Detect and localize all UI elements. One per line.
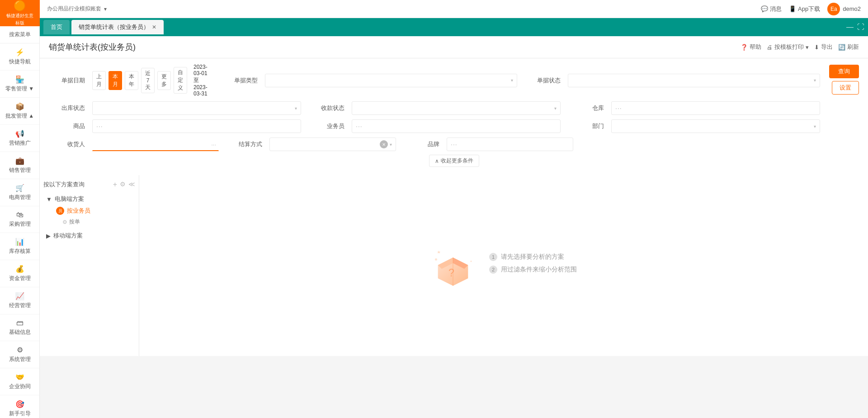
ecom-icon: 🛒 [2, 184, 38, 192]
dept-select[interactable]: ▾ [611, 119, 820, 133]
warehouse-select[interactable]: ··· [611, 101, 820, 115]
sidebar-item-sales[interactable]: 💼 销售管理 [0, 152, 39, 179]
scheme-group-mobile-header[interactable]: ▶ 移动端方案 [43, 230, 135, 242]
sidebar-item-wholesale[interactable]: 📦 批发管理 ▲ [0, 98, 39, 125]
left-panel-title: 按以下方案查询 [43, 180, 85, 189]
sidebar-item-enterprise[interactable]: 🤝 企业协同 [0, 368, 39, 395]
settings-button[interactable]: 设置 [832, 81, 859, 95]
out-status-label: 出库状态 [49, 104, 85, 112]
sidebar-item-ecom[interactable]: 🛒 电商管理 [0, 179, 39, 206]
tabbar: 首页 销货单统计表（按业务员） ✕ — ⛶ [40, 18, 868, 36]
date-range: 2023-03-01 至 2023-03-31 [193, 64, 214, 97]
sidebar-item-retail[interactable]: 🏪 零售管理 ▼ [0, 71, 39, 98]
avatar: Ea [827, 3, 840, 15]
empty-text: 1 请先选择要分析的方案 2 用过滤条件来缩小分析范围 [489, 253, 577, 278]
tip-text-1: 请先选择要分析的方案 [501, 253, 564, 261]
doc-type-chevron: ▾ [511, 78, 513, 83]
sidebar-item-shortcuts[interactable]: ⚡ 快捷导航 [0, 43, 39, 71]
newbie-icon: 🎯 [2, 400, 38, 408]
receiver-label: 收货人 [49, 140, 85, 148]
add-scheme-btn[interactable]: + [113, 180, 117, 189]
query-button[interactable]: 查询 [829, 65, 859, 78]
breadcrumb-text: 办公用品行业模拟账套 [47, 5, 101, 13]
order-scheme-label: 按单 [69, 218, 80, 226]
date-btn-more[interactable]: 更多 [157, 71, 171, 90]
scheme-group-desktop-header[interactable]: ▼ 电脑端方案 [43, 193, 135, 205]
refresh-label: 刷新 [847, 43, 859, 51]
sidebar-item-newbie[interactable]: 🎯 新手引导 [0, 395, 39, 418]
payment-select[interactable]: ▾ [352, 101, 561, 115]
doc-type-select[interactable]: ▾ [265, 74, 517, 87]
date-group: 上月 本月 本年 近7天 更多 自定义 2023-03-01 至 2023-03… [92, 64, 214, 97]
tab-home-label: 首页 [51, 23, 62, 31]
date-btn-thisyear[interactable]: 本年 [125, 71, 138, 90]
svg-marker-7 [437, 251, 440, 253]
desktop-scheme-label: 电脑端方案 [55, 195, 84, 203]
print-action[interactable]: 🖨 按模板打印 ▾ [767, 43, 809, 51]
export-icon: ⬇ [814, 44, 819, 51]
brand-dots: ··· [451, 141, 458, 148]
receiver-dots: ··· [211, 141, 216, 148]
brand-label: 品牌 [403, 140, 439, 148]
sidebar: 🟠 畅捷通好生意 标版 搜索菜单 ⚡ 快捷导航 🏪 零售管理 ▼ 📦 批发管理 … [0, 0, 40, 418]
collapse-icon: ∧ [435, 158, 439, 164]
export-action[interactable]: ⬇ 导出 [814, 43, 833, 51]
date-btn-7days[interactable]: 近7天 [141, 68, 155, 93]
payment-method-clear-btn[interactable]: ✕ [380, 140, 388, 148]
sidebar-item-system[interactable]: ⚙ 系统管理 [0, 341, 39, 368]
sidebar-item-purchase[interactable]: 🛍 采购管理 [0, 206, 39, 233]
help-action[interactable]: ❓ 帮助 [741, 43, 761, 51]
message-label: 消息 [770, 5, 782, 13]
tip-num-2: 2 [489, 266, 497, 274]
tab-close-icon[interactable]: ✕ [152, 24, 156, 30]
brand-select[interactable]: ··· [447, 138, 573, 151]
out-status-select[interactable]: ▾ [92, 101, 301, 115]
logo-icon: 🟠 [14, 0, 26, 12]
settings-scheme-btn[interactable]: ⚙ [120, 180, 126, 189]
refresh-action[interactable]: 🔄 刷新 [838, 43, 859, 51]
sidebar-item-basic[interactable]: 🗃 基础信息 [0, 314, 39, 341]
tab-minimize-btn[interactable]: — [846, 23, 854, 31]
product-dots: ··· [96, 123, 103, 130]
sidebar-logo[interactable]: 🟠 畅捷通好生意 标版 [0, 0, 40, 26]
tabbar-right: — ⛶ [846, 23, 864, 31]
scheme-sub-by-order[interactable]: ⚙ 按单 [43, 217, 135, 227]
user-menu[interactable]: Ea demo2 [827, 3, 861, 15]
download-action[interactable]: 📱 App下载 [789, 5, 820, 13]
enterprise-icon: 🤝 [2, 373, 38, 381]
date-btn-custom[interactable]: 自定义 [174, 67, 187, 94]
marketing-icon: 📢 [2, 129, 38, 138]
tab-home[interactable]: 首页 [43, 20, 70, 34]
basic-icon: 🗃 [2, 319, 38, 327]
receiver-input[interactable] [92, 138, 219, 151]
sidebar-search[interactable]: 搜索菜单 [0, 26, 39, 43]
print-icon: 🖨 [767, 44, 773, 51]
sidebar-item-marketing[interactable]: 📢 营销推广 [0, 125, 39, 152]
doc-status-label: 单据状态 [524, 76, 561, 85]
content-area: 销货单统计表(按业务员) ❓ 帮助 🖨 按模板打印 ▾ ⬇ 导出 🔄 刷新 [40, 36, 868, 418]
date-btn-thismonth[interactable]: 本月 [108, 71, 122, 90]
scheme-item-by-staff[interactable]: 员 按业务员 [43, 205, 135, 217]
payment-method-select[interactable]: ✕ ▾ [269, 138, 396, 151]
download-icon: 📱 [789, 5, 796, 12]
collapse-panel-btn[interactable]: ≪ [128, 180, 135, 189]
message-action[interactable]: 💬 消息 [761, 5, 782, 13]
download-label: App下载 [798, 5, 820, 13]
collapse-row: ∧ 收起更多条件 [49, 151, 859, 171]
print-chevron: ▾ [806, 44, 809, 51]
staff-select[interactable]: ··· [352, 119, 561, 133]
page-header-actions: ❓ 帮助 🖨 按模板打印 ▾ ⬇ 导出 🔄 刷新 [741, 43, 859, 51]
collapse-button[interactable]: ∧ 收起更多条件 [429, 155, 479, 167]
sidebar-item-inventory[interactable]: 📊 库存核算 [0, 233, 39, 260]
doc-status-select[interactable]: ▾ [568, 74, 820, 87]
action-buttons: 查询 设置 [829, 64, 859, 95]
tab-sales-stats[interactable]: 销货单统计表（按业务员） ✕ [71, 20, 164, 34]
sidebar-item-finance[interactable]: 💰 资金管理 [0, 260, 39, 287]
product-select[interactable]: ··· [92, 119, 301, 133]
date-btn-lastmonth[interactable]: 上月 [92, 71, 106, 90]
payment-label: 收款状态 [308, 104, 344, 112]
sidebar-item-operations[interactable]: 📈 经营管理 [0, 287, 39, 314]
tab-expand-btn[interactable]: ⛶ [857, 23, 864, 31]
operations-icon: 📈 [2, 292, 38, 300]
warehouse-label: 仓库 [568, 104, 604, 112]
